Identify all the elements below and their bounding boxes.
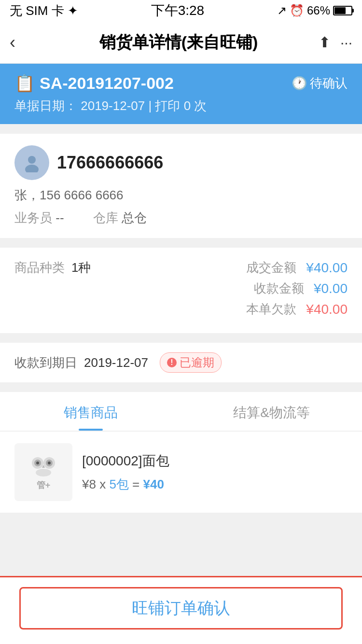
product-list: 管+ [0000002]面包 ¥8 x 5包 = ¥40 [0, 432, 362, 513]
svg-point-0 [28, 156, 36, 164]
carrier-text: 无 SIM 卡 ✦ [10, 2, 78, 19]
clock-icon: 🕐 [292, 76, 307, 91]
order-date: 单据日期： 2019-12-07 | 打印 0 次 [14, 98, 348, 114]
more-button[interactable]: ··· [340, 34, 352, 51]
amount-received-row: 收款金额 ¥0.00 [246, 280, 348, 297]
warehouse-meta: 仓库 总仓 [93, 210, 147, 226]
time-text: 下午3:28 [151, 1, 205, 20]
tabs-bar: 销售商品 结算&物流等 [0, 392, 362, 432]
customer-sub: 张，156 6666 6666 [14, 187, 348, 204]
share-button[interactable]: ⬆ [319, 34, 331, 51]
order-header-card: 📋 SA-20191207-002 🕐 待确认 单据日期： 2019-12-07… [0, 64, 362, 124]
order-header-top: 📋 SA-20191207-002 🕐 待确认 [14, 73, 348, 93]
avatar-icon [22, 153, 42, 172]
customer-meta: 业务员 -- 仓库 总仓 [14, 210, 348, 226]
tabs-section: 销售商品 结算&物流等 [0, 392, 362, 513]
product-owl-icon [27, 453, 60, 477]
svg-point-6 [36, 462, 39, 464]
status-right: ↗ ⏰ 66% [277, 4, 352, 17]
summary-left: 商品种类 1种 [14, 259, 91, 276]
summary-section: 商品种类 1种 成交金额 ¥40.00 收款金额 ¥0.00 本单欠款 ¥40.… [0, 248, 362, 333]
amount-owed-row: 本单欠款 ¥40.00 [246, 301, 348, 318]
page-title: 销货单详情(来自旺铺) [39, 31, 319, 54]
product-price: ¥8 x 5包 = ¥40 [82, 476, 348, 493]
svg-point-7 [48, 462, 51, 464]
nav-bar: ‹ 销货单详情(来自旺铺) ⬆ ··· [0, 21, 362, 64]
due-label: 收款到期日 [14, 354, 77, 371]
customer-row: 17666666666 [14, 145, 348, 180]
alarm-icon: ⏰ [290, 4, 304, 17]
status-bar: 无 SIM 卡 ✦ 下午3:28 ↗ ⏰ 66% [0, 0, 362, 21]
customer-phone: 17666666666 [57, 153, 163, 173]
back-button[interactable]: ‹ [10, 32, 39, 53]
product-info: [0000002]面包 ¥8 x 5包 = ¥40 [82, 452, 348, 493]
customer-info-card: 17666666666 张，156 6666 6666 业务员 -- 仓库 总仓 [0, 134, 362, 238]
tab-products[interactable]: 销售商品 [0, 392, 181, 431]
order-icon: 📋 [14, 73, 35, 93]
product-name: [0000002]面包 [82, 452, 348, 470]
bottom-action-bar: 旺铺订单确认 [0, 576, 362, 644]
product-logo: 管+ [27, 453, 60, 491]
logo-text: 管+ [37, 479, 51, 491]
battery-fill [334, 7, 346, 14]
amount-owed-value: ¥40.00 [306, 302, 348, 317]
due-date-value: 2019-12-07 [84, 355, 148, 370]
amount-received-value: ¥0.00 [314, 281, 348, 296]
amount-total-row: 成交金额 ¥40.00 [246, 259, 348, 276]
tab-settlement[interactable]: 结算&物流等 [181, 392, 362, 431]
salesperson-meta: 业务员 -- [14, 210, 64, 226]
product-item: 管+ [0000002]面包 ¥8 x 5包 = ¥40 [14, 443, 348, 501]
confirm-order-button[interactable]: 旺铺订单确认 [19, 587, 343, 630]
battery-icon [333, 6, 352, 15]
battery-text: 66% [307, 4, 330, 17]
overdue-icon: ! [167, 358, 177, 367]
avatar [14, 145, 49, 180]
order-id: 📋 SA-20191207-002 [14, 73, 174, 93]
overdue-badge: ! 已逾期 [160, 352, 222, 373]
due-date-section: 收款到期日 2019-12-07 ! 已逾期 [0, 343, 362, 382]
order-status: 🕐 待确认 [292, 75, 348, 92]
nav-actions: ⬆ ··· [319, 34, 352, 51]
summary-right: 成交金额 ¥40.00 收款金额 ¥0.00 本单欠款 ¥40.00 [246, 259, 348, 322]
svg-point-1 [25, 165, 39, 172]
product-thumbnail: 管+ [14, 443, 72, 501]
amount-total-value: ¥40.00 [306, 260, 348, 276]
location-icon: ↗ [277, 4, 287, 17]
svg-point-9 [36, 469, 51, 476]
